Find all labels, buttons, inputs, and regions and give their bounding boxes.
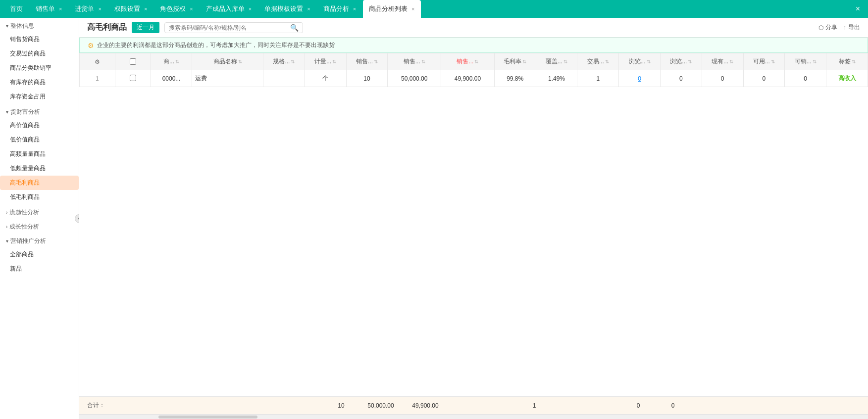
tip-text: 企业的主要的利润都是这部分商品创造的，可考虑加大推广，同时关注库存是不要出现缺货 <box>97 41 335 49</box>
row-code: 0000... <box>151 70 192 87</box>
footer-total: 合计： 10 50,000.00 49,900.00 1 0 0 <box>79 396 868 414</box>
nav-form-template[interactable]: 单据模板设置 × <box>258 0 316 18</box>
th-sales-cost[interactable]: 销售...⇅ <box>441 53 495 70</box>
nav-role-permission[interactable]: 角色授权 × <box>154 0 199 18</box>
sidebar-item-traded-goods[interactable]: 交易过的商品 <box>0 47 79 61</box>
sidebar-item-goods-assist-rate[interactable]: 商品分类助销率 <box>0 61 79 75</box>
row-transaction: 1 <box>577 70 619 87</box>
th-checkbox[interactable] <box>115 53 151 70</box>
sort-icon-9: ⇅ <box>563 59 567 64</box>
sort-icon-7: ⇅ <box>474 59 478 64</box>
nav-sales-order[interactable]: 销售单 × <box>30 0 68 18</box>
sidebar-group-growth[interactable]: › 成长性分析 <box>0 219 79 233</box>
close-product-analysis-list[interactable]: × <box>411 6 414 12</box>
data-table: ⚙ 商...⇅ 商品名称⇅ 规格...⇅ <box>79 53 868 87</box>
content-area: 高毛利商品 近一月 🔍 ⬡ 分享 ↑ 导出 ⚙ 企业的主要的利润都是这部分商品创… <box>79 18 868 419</box>
sort-icon-10: ⇅ <box>605 59 609 64</box>
row-sales-qty: 10 <box>346 70 388 87</box>
sidebar-item-in-stock-goods[interactable]: 有库存的商品 <box>0 75 79 90</box>
th-code[interactable]: 商...⇅ <box>151 53 192 70</box>
tip-icon: ⚙ <box>88 42 94 49</box>
sidebar-item-high-value[interactable]: 高价值商品 <box>0 118 79 133</box>
nav-product-analysis[interactable]: 商品分析 × <box>317 0 362 18</box>
th-sales-qty[interactable]: 销售...⇅ <box>346 53 388 70</box>
sort-icon-11: ⇅ <box>647 59 651 64</box>
horizontal-scrollbar[interactable] <box>79 414 868 419</box>
arrow-icon-3: › <box>6 210 7 215</box>
close-window-btn[interactable]: × <box>852 4 864 13</box>
footer-sales-qty: 10 <box>324 402 358 409</box>
row-checkbox[interactable] <box>130 75 136 81</box>
sidebar-group-overall-info[interactable]: ▾ 整体信息 <box>0 18 79 32</box>
sidebar-item-sales-goods[interactable]: 销售货商品 <box>0 32 79 47</box>
sort-icon-5: ⇅ <box>374 59 378 64</box>
sort-icon-8: ⇅ <box>522 59 526 64</box>
row-margin-rate: 99.8% <box>494 70 536 87</box>
row-checkbox-cell[interactable] <box>115 70 151 87</box>
nav-product-entry[interactable]: 产成品入库单 × <box>200 0 257 18</box>
th-unit[interactable]: 计量...⇅ <box>305 53 346 70</box>
close-permission-settings[interactable]: × <box>144 6 147 12</box>
table-wrapper: ⚙ 商...⇅ 商品名称⇅ 规格...⇅ <box>79 53 868 396</box>
th-tag[interactable]: 标签⇅ <box>826 53 868 70</box>
row-available: 0 <box>743 70 785 87</box>
row-browse1[interactable]: 0 <box>619 70 661 87</box>
nav-product-analysis-list[interactable]: 商品分析列表 × <box>363 0 420 18</box>
arrow-icon-2: ▾ <box>6 109 8 115</box>
th-name[interactable]: 商品名称⇅ <box>192 53 263 70</box>
th-margin-rate[interactable]: 毛利率⇅ <box>494 53 536 70</box>
filter-btn[interactable]: 近一月 <box>132 22 159 33</box>
sidebar-item-new-goods[interactable]: 新品 <box>0 262 79 276</box>
content-header: 高毛利商品 近一月 🔍 ⬡ 分享 ↑ 导出 <box>79 18 868 38</box>
share-icon: ⬡ <box>818 24 823 31</box>
top-nav: 首页 销售单 × 进货单 × 权限设置 × 角色授权 × 产成品入库单 × 单据… <box>0 0 868 18</box>
th-current-stock[interactable]: 现有...⇅ <box>702 53 743 70</box>
close-sales-order[interactable]: × <box>59 6 62 12</box>
sort-icon-16: ⇅ <box>852 59 856 64</box>
close-product-entry[interactable]: × <box>249 6 252 12</box>
sort-icon-3: ⇅ <box>291 59 295 64</box>
sidebar-item-high-freq[interactable]: 高频量量商品 <box>0 147 79 161</box>
th-sales-amount[interactable]: 销售...⇅ <box>388 53 441 70</box>
nav-permission-settings[interactable]: 权限设置 × <box>108 0 153 18</box>
th-settings[interactable]: ⚙ <box>80 53 115 70</box>
select-all-checkbox[interactable] <box>130 58 136 65</box>
nav-home[interactable]: 首页 <box>4 0 29 18</box>
share-btn[interactable]: ⬡ 分享 <box>818 23 837 32</box>
sidebar-item-stock-capital[interactable]: 库存资金占用 <box>0 90 79 104</box>
sort-icon-13: ⇅ <box>729 59 733 64</box>
search-box[interactable]: 🔍 <box>164 22 303 33</box>
th-available[interactable]: 可用...⇅ <box>743 53 785 70</box>
sort-icon-2: ⇅ <box>238 59 242 64</box>
sort-icon-14: ⇅ <box>771 59 775 64</box>
export-btn[interactable]: ↑ 导出 <box>843 23 860 32</box>
close-purchase-order[interactable]: × <box>98 6 101 12</box>
th-transaction[interactable]: 交易...⇅ <box>577 53 619 70</box>
sidebar-item-all-goods[interactable]: 全部商品 <box>0 247 79 262</box>
sidebar-item-low-freq[interactable]: 低频量量商品 <box>0 161 79 176</box>
th-spec[interactable]: 规格...⇅ <box>263 53 305 70</box>
export-icon: ↑ <box>843 24 846 31</box>
sidebar-item-low-value[interactable]: 低价值商品 <box>0 133 79 147</box>
row-current-stock: 0 <box>702 70 743 87</box>
nav-purchase-order[interactable]: 进货单 × <box>69 0 107 18</box>
search-icon[interactable]: 🔍 <box>290 24 299 32</box>
scrollbar-thumb[interactable] <box>158 416 257 419</box>
close-product-analysis[interactable]: × <box>353 6 356 12</box>
close-form-template[interactable]: × <box>307 6 310 12</box>
th-browse1[interactable]: 浏览...⇅ <box>619 53 661 70</box>
th-browse2[interactable]: 浏览...⇅ <box>660 53 702 70</box>
sidebar-item-high-margin[interactable]: 高毛利商品 <box>0 176 79 190</box>
close-role-permission[interactable]: × <box>190 6 193 12</box>
sidebar-group-marketing[interactable]: ▾ 营销推广分析 <box>0 233 79 247</box>
sidebar-group-asset-analysis[interactable]: ▾ 货财富分析 <box>0 104 79 118</box>
row-coverage: 1.49% <box>536 70 577 87</box>
sidebar-group-trend[interactable]: › 流趋性分析 <box>0 204 79 219</box>
th-coverage[interactable]: 覆盖...⇅ <box>536 53 577 70</box>
table-header-row: ⚙ 商...⇅ 商品名称⇅ 规格...⇅ <box>80 53 868 70</box>
row-sellable: 0 <box>785 70 826 87</box>
row-tag: 高收入 <box>826 70 868 87</box>
th-sellable[interactable]: 可销...⇅ <box>785 53 826 70</box>
search-input[interactable] <box>169 24 290 31</box>
sidebar-item-low-margin[interactable]: 低毛利商品 <box>0 190 79 204</box>
